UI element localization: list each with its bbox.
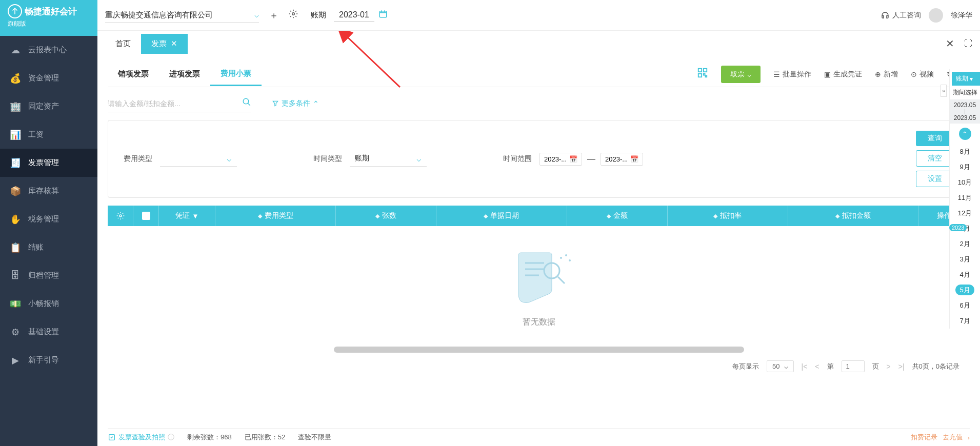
col-count[interactable]: ◆张数 (336, 206, 436, 226)
nav-funds[interactable]: 💰资金管理 (0, 64, 97, 92)
search-icon[interactable] (242, 97, 251, 109)
sort-icon: ◆ (607, 213, 611, 219)
period-range[interactable]: 2023.05 | 2023.05 (950, 99, 980, 124)
col-rate[interactable]: ◆抵扣率 (668, 206, 788, 226)
month-1[interactable]: 20231月 (950, 221, 980, 236)
verify-link[interactable]: 发票查验及拍照 ⓘ (108, 433, 174, 442)
avatar[interactable] (929, 8, 943, 23)
nav-guide[interactable]: ▶新手引导 (0, 346, 97, 374)
nav-salary[interactable]: 📊工资 (0, 120, 97, 149)
month-2[interactable]: 2月 (950, 236, 980, 252)
play-icon: ▶ (10, 355, 21, 366)
video-button[interactable]: ⊙视频 (911, 70, 934, 79)
tab-home[interactable]: 首页 (105, 34, 141, 54)
toolbar: 取票 ⌵ ☰批量操作 ▣生成凭证 ⊕新增 ⊙视频 ↻刷新 (697, 66, 970, 83)
logo-icon (8, 4, 22, 18)
horizontal-scrollbar[interactable] (334, 347, 744, 353)
tab-invoice[interactable]: 发票 ✕ (141, 34, 188, 54)
collapse-panel[interactable]: » (941, 85, 947, 97)
month-10[interactable]: 10月 (950, 175, 980, 190)
fullscreen-button[interactable]: ⛶ (964, 39, 972, 48)
svg-rect-1 (379, 11, 387, 17)
close-tab-icon[interactable]: ✕ (171, 39, 177, 48)
chevron-down-icon: ⌵ (747, 70, 751, 78)
company-selector[interactable]: 重庆畅捷交通信息咨询有限公司 ⌵ (105, 8, 259, 23)
archive-icon: 🗄 (10, 271, 21, 281)
page-number-input[interactable]: 1 (842, 360, 865, 372)
period-value[interactable]: 2023-01 (334, 9, 374, 22)
col-voucher[interactable]: 凭证▼ (159, 206, 215, 226)
voucher-button[interactable]: ▣生成凭证 (824, 70, 862, 79)
batch-button[interactable]: ☰批量操作 (773, 70, 811, 79)
nav-closing[interactable]: 📋结账 (0, 233, 97, 261)
expense-type-label: 费用类型 (124, 154, 152, 164)
period-label: 账期 (311, 10, 326, 20)
recharge-link[interactable]: 去充值 (943, 433, 963, 442)
subtab-sales[interactable]: 销项发票 (108, 63, 159, 85)
consult-button[interactable]: 人工咨询 (881, 11, 921, 20)
next-page[interactable]: > (887, 362, 891, 371)
settings-button[interactable] (289, 9, 298, 21)
nav-settings[interactable]: ⚙基础设置 (0, 318, 97, 346)
fetch-invoice-button[interactable]: 取票 ⌵ (721, 66, 761, 83)
month-9[interactable]: 9月 (950, 159, 980, 175)
sidebar: 畅捷通好会计 旗舰版 ☁云报表中心 💰资金管理 🏢固定资产 📊工资 🧾发票管理 … (0, 0, 97, 446)
page-size-select[interactable]: 50⌵ (767, 360, 793, 372)
filter-icon: ▼ (192, 212, 199, 220)
month-11[interactable]: 11月 (950, 190, 980, 206)
month-12[interactable]: 12月 (950, 206, 980, 221)
month-4[interactable]: 4月 (950, 267, 980, 282)
add-button[interactable]: ＋ (269, 9, 278, 22)
date-to[interactable]: 2023-...📅 (601, 153, 643, 166)
nav-fixed-assets[interactable]: 🏢固定资产 (0, 92, 97, 120)
query-button[interactable]: 查询 (916, 131, 954, 146)
expense-type-select[interactable]: ⌵ (160, 151, 237, 167)
close-all-tabs[interactable]: ✕ (946, 37, 954, 50)
empty-text: 暂无数据 (523, 317, 555, 328)
nav-archive[interactable]: 🗄归档管理 (0, 261, 97, 290)
box-icon: 📦 (10, 186, 21, 196)
filter-settings-button[interactable]: 设置 (916, 171, 954, 187)
clipboard-icon: 📋 (10, 242, 21, 253)
nav-tax[interactable]: ✋税务管理 (0, 205, 97, 233)
col-expense-type[interactable]: ◆费用类型 (215, 206, 336, 226)
doc-icon: ▣ (824, 70, 831, 78)
col-date[interactable]: ◆单据日期 (436, 206, 567, 226)
month-7[interactable]: 7月 (950, 313, 980, 329)
calendar-icon[interactable] (378, 9, 388, 21)
col-deduct[interactable]: ◆抵扣金额 (788, 206, 919, 226)
select-all-checkbox[interactable] (133, 206, 159, 226)
add-button[interactable]: ⊕新增 (875, 70, 898, 79)
month-3[interactable]: 3月 (950, 252, 980, 267)
last-page[interactable]: >| (898, 362, 905, 371)
nav-report-center[interactable]: ☁云报表中心 (0, 36, 97, 64)
play-circle-icon: ⊙ (911, 70, 917, 78)
date-from[interactable]: 2023-...📅 (539, 153, 582, 166)
clear-button[interactable]: 清空 (916, 150, 954, 167)
scroll-up-button[interactable]: ⌃ (959, 128, 971, 140)
search-input[interactable] (108, 99, 242, 108)
receipt-icon: 🧾 (10, 158, 21, 168)
column-settings[interactable] (108, 206, 133, 226)
nav-reimburse[interactable]: 💵小畅报销 (0, 290, 97, 318)
subtab-purchase[interactable]: 进项发票 (159, 63, 210, 85)
month-5-selected[interactable]: 5月 (950, 282, 980, 298)
more-conditions[interactable]: 更多条件 ⌃ (272, 99, 319, 108)
header: 重庆畅捷交通信息咨询有限公司 ⌵ ＋ 账期 2023-01 人工咨询 徐泽华 (97, 0, 980, 31)
first-page[interactable]: |< (802, 362, 808, 371)
remain-count: 剩余张数：968 (187, 433, 232, 442)
nav-inventory[interactable]: 📦库存核算 (0, 177, 97, 205)
subtab-expense[interactable]: 费用小票 (210, 63, 262, 86)
fee-record-link[interactable]: 扣费记录 (911, 433, 937, 442)
month-8[interactable]: 8月 (950, 144, 980, 159)
chevron-down-icon: ⌵ (254, 10, 259, 19)
calendar-icon: 📅 (569, 155, 577, 163)
svg-rect-2 (698, 68, 702, 71)
col-amount[interactable]: ◆金额 (567, 206, 668, 226)
nav-invoice-mgmt[interactable]: 🧾发票管理 (0, 149, 97, 177)
prev-page[interactable]: < (815, 362, 819, 371)
time-type-select[interactable]: 账期⌵ (350, 151, 427, 167)
month-6[interactable]: 6月 (950, 298, 980, 313)
period-tag[interactable]: 账期▾ (952, 72, 980, 86)
qr-icon[interactable] (697, 67, 708, 82)
